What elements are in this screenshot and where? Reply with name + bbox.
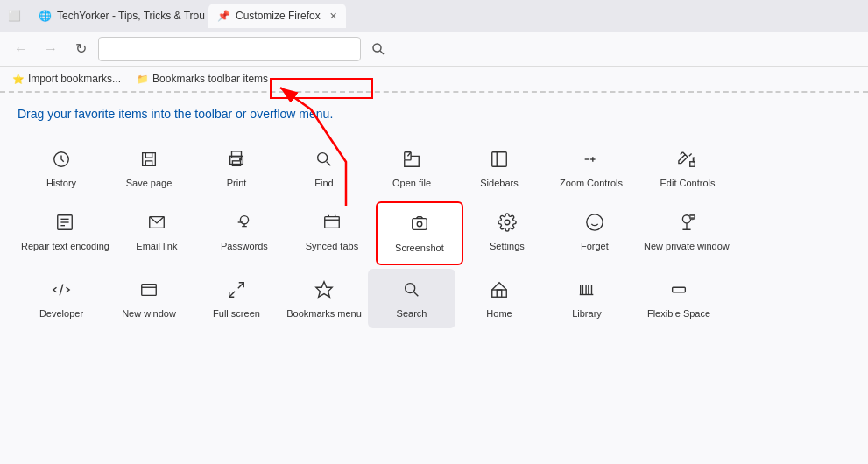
bookmarks-toolbar-items[interactable]: 📁 Bookmarks toolbar items xyxy=(131,71,273,87)
open-file-label: Open file xyxy=(392,177,431,189)
tab-favicon-2: 📌 xyxy=(217,10,230,22)
import-label: Import bookmarks... xyxy=(28,73,121,85)
edit-controls-icon xyxy=(675,147,700,172)
svg-line-43 xyxy=(414,292,419,296)
page-wrapper: ⬜ 🌐 TechYorker - Tips, Tricks & Trou... … xyxy=(0,0,868,464)
svg-rect-51 xyxy=(673,287,686,292)
sidebars-icon xyxy=(487,147,512,172)
drag-hint: Drag your favorite items into the toolba… xyxy=(18,107,850,121)
forget-label: Forget xyxy=(581,240,609,252)
repair-text-label: Repair text encoding xyxy=(21,240,109,252)
toolbar-items-label: Bookmarks toolbar items xyxy=(152,73,268,85)
nav-bar: ← → ↻ xyxy=(0,32,868,67)
grid-item-settings[interactable]: Settings xyxy=(463,201,551,264)
tab-label-1: TechYorker - Tips, Tricks & Trou... xyxy=(57,10,205,22)
tab-customize-firefox[interactable]: 📌 Customize Firefox ✕ xyxy=(208,4,346,28)
new-window-icon xyxy=(137,278,161,302)
flexible-space-icon xyxy=(667,278,691,302)
repair-text-icon xyxy=(53,210,77,235)
nav-search-button[interactable] xyxy=(366,37,391,61)
grid-item-repair-text[interactable]: Repair text encoding xyxy=(18,201,113,264)
grid-item-find[interactable]: Find xyxy=(280,138,368,198)
print-label: Print xyxy=(227,177,247,189)
zoom-controls-label: Zoom Controls xyxy=(560,177,623,189)
grid-item-developer[interactable]: Developer xyxy=(18,269,105,328)
tab-close-2[interactable]: ✕ xyxy=(329,11,337,22)
grid-item-synced-tabs[interactable]: Synced tabs xyxy=(288,201,376,264)
svg-point-42 xyxy=(406,283,415,292)
bookmarks-menu-label: Bookmarks menu xyxy=(286,307,362,320)
history-icon xyxy=(49,147,74,172)
bookmarks-bar: ⭐ Import bookmarks... 📁 Bookmarks toolba… xyxy=(0,67,868,93)
svg-line-9 xyxy=(327,162,331,166)
tab-techyorker[interactable]: 🌐 TechYorker - Tips, Tricks & Trou... ✕ xyxy=(30,4,205,28)
new-tab-button[interactable]: ⬜ xyxy=(7,9,21,23)
grid-item-library[interactable]: Library xyxy=(543,269,631,328)
passwords-icon xyxy=(232,210,257,235)
find-icon xyxy=(312,147,336,172)
window-controls: ⬜ xyxy=(7,9,21,23)
grid-item-forget[interactable]: Forget xyxy=(551,201,639,264)
full-screen-icon xyxy=(224,278,249,302)
flexible-space-label: Flexible Space xyxy=(647,307,710,320)
grid-item-new-window[interactable]: New window xyxy=(105,269,193,328)
library-icon xyxy=(575,278,599,302)
home-icon xyxy=(487,278,512,302)
home-label: Home xyxy=(486,307,512,320)
email-link-icon xyxy=(145,210,169,235)
search-label: Search xyxy=(397,307,427,320)
history-label: History xyxy=(46,177,76,189)
grid-item-email-link[interactable]: Email link xyxy=(113,201,201,264)
tab-label-2: Customize Firefox xyxy=(236,10,321,22)
grid-item-save-page[interactable]: Save page xyxy=(105,138,193,198)
find-label: Find xyxy=(314,177,333,189)
grid-item-open-file[interactable]: Open file xyxy=(368,138,455,198)
svg-point-0 xyxy=(373,44,381,52)
svg-rect-6 xyxy=(232,161,240,166)
tab-favicon-1: 🌐 xyxy=(39,10,52,22)
svg-rect-28 xyxy=(413,219,427,230)
svg-line-1 xyxy=(380,51,384,54)
svg-line-17 xyxy=(689,154,692,157)
svg-point-30 xyxy=(505,221,510,226)
reload-button[interactable]: ↻ xyxy=(68,37,93,61)
grid-item-passwords[interactable]: Passwords xyxy=(201,201,288,264)
back-button[interactable]: ← xyxy=(9,37,33,61)
new-private-label: New private window xyxy=(644,240,730,252)
toolbar-items-icon: 📁 xyxy=(137,74,149,85)
grid-item-home[interactable]: Home xyxy=(455,269,543,328)
svg-rect-37 xyxy=(142,284,157,295)
settings-icon xyxy=(495,210,519,235)
grid-item-flexible-space[interactable]: Flexible Space xyxy=(631,269,727,328)
import-icon: ⭐ xyxy=(12,74,25,85)
search-item-icon xyxy=(399,278,424,302)
grid-item-search[interactable]: Search xyxy=(368,269,455,328)
grid-item-new-private[interactable]: New private window xyxy=(639,201,735,264)
grid-item-print[interactable]: Print xyxy=(193,138,280,198)
grid-item-history[interactable]: History xyxy=(18,138,105,198)
synced-tabs-icon xyxy=(320,210,344,235)
svg-marker-41 xyxy=(316,281,332,296)
search-icon xyxy=(371,42,385,56)
zoom-controls-icon xyxy=(579,147,603,172)
grid-item-edit-controls[interactable]: Edit Controls xyxy=(639,138,736,198)
svg-point-29 xyxy=(417,222,422,228)
open-file-icon xyxy=(399,147,424,172)
grid-item-screenshot[interactable]: Screenshot xyxy=(376,201,463,264)
grid-item-sidebars[interactable]: Sidebars xyxy=(455,138,543,198)
svg-line-40 xyxy=(229,291,235,296)
settings-label: Settings xyxy=(490,240,525,252)
bookmarks-menu-icon xyxy=(312,278,336,302)
grid-item-zoom-controls[interactable]: Zoom Controls xyxy=(543,138,639,198)
forward-button[interactable]: → xyxy=(39,37,63,61)
edit-controls-label: Edit Controls xyxy=(660,177,716,189)
import-bookmarks[interactable]: ⭐ Import bookmarks... xyxy=(7,71,126,87)
save-page-label: Save page xyxy=(126,177,173,189)
address-bar[interactable] xyxy=(98,37,361,61)
grid-item-bookmarks-menu[interactable]: Bookmarks menu xyxy=(280,269,368,328)
developer-label: Developer xyxy=(39,307,83,320)
save-page-icon xyxy=(137,147,161,172)
svg-rect-44 xyxy=(492,290,507,297)
grid-item-full-screen[interactable]: Full screen xyxy=(193,269,280,328)
svg-line-36 xyxy=(60,284,63,295)
